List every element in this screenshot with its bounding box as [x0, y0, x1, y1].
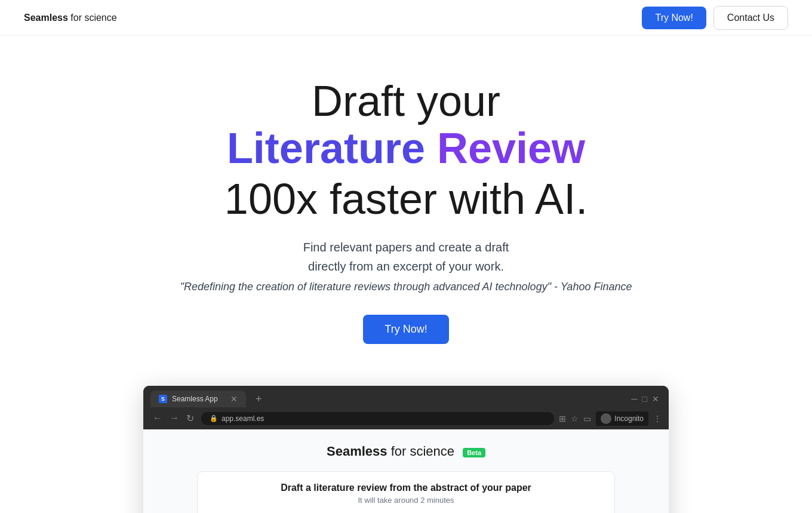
- bookmark-button[interactable]: ☆: [571, 414, 579, 423]
- beta-badge: Beta: [463, 448, 485, 457]
- hero-line2: Literature Review: [12, 125, 800, 172]
- minimize-button[interactable]: ─: [632, 394, 638, 404]
- tab-close-button[interactable]: ✕: [230, 394, 238, 404]
- sidebar-toggle[interactable]: ▭: [583, 414, 591, 423]
- incognito-label: Incognito: [614, 414, 644, 423]
- try-now-hero-button[interactable]: Try Now!: [363, 315, 448, 344]
- card-subtitle: It will take around 2 minutes: [210, 496, 602, 505]
- hero-literature: Literature: [227, 124, 425, 172]
- close-window-button[interactable]: ✕: [652, 394, 659, 404]
- refresh-button[interactable]: ↻: [184, 411, 196, 425]
- hero-cta: Try Now!: [12, 315, 800, 344]
- hero-review: Review: [425, 124, 585, 172]
- nav-logo: Seamless for science: [24, 13, 117, 23]
- hero-line1: Draft your: [12, 78, 800, 125]
- browser-toolbar: ← → ↻ 🔒 app.seaml.es ⊞ ☆ ▭ Incognito: [143, 408, 669, 429]
- hero-sub: Find relevant papers and create a draft …: [12, 238, 800, 276]
- nav-buttons: Try Now! Contact Us: [642, 6, 788, 30]
- maximize-button[interactable]: □: [642, 394, 647, 404]
- card-title: Draft a literature review from the abstr…: [210, 483, 602, 493]
- browser-mockup: S Seamless App ✕ + ─ □ ✕ ← → ↻ 🔒: [143, 386, 669, 513]
- hero-line3: 100x faster with AI.: [12, 176, 800, 223]
- new-tab-button[interactable]: +: [251, 391, 267, 408]
- app-title: Seamless for science: [327, 444, 458, 459]
- incognito-area: Incognito: [596, 411, 648, 426]
- address-bar[interactable]: 🔒 app.seaml.es: [201, 412, 554, 425]
- tab-favicon: S: [159, 395, 167, 403]
- url-text: app.seaml.es: [222, 414, 264, 423]
- browser-content: Seamless for science Beta Draft a litera…: [143, 429, 669, 513]
- browser-tab[interactable]: S Seamless App ✕: [150, 391, 246, 407]
- lock-icon: 🔒: [210, 414, 218, 422]
- incognito-icon: [601, 413, 611, 424]
- hero-section: Draft your Literature Review 100x faster…: [0, 36, 812, 368]
- tab-label: Seamless App: [172, 395, 218, 403]
- try-now-button[interactable]: Try Now!: [642, 7, 706, 29]
- toolbar-right: ⊞ ☆ ▭ Incognito ⋮: [559, 411, 662, 426]
- forward-button[interactable]: →: [167, 411, 182, 425]
- extensions-button[interactable]: ⊞: [559, 414, 566, 423]
- app-card: Draft a literature review from the abstr…: [197, 471, 615, 513]
- browser-mockup-wrapper: S Seamless App ✕ + ─ □ ✕ ← → ↻ 🔒: [0, 368, 812, 513]
- hero-quote: "Redefining the creation of literature r…: [12, 281, 800, 293]
- contact-us-button[interactable]: Contact Us: [713, 6, 788, 30]
- browser-chrome: S Seamless App ✕ + ─ □ ✕ ← → ↻ 🔒: [143, 386, 669, 429]
- toolbar-nav-buttons: ← → ↻: [150, 411, 196, 425]
- back-button[interactable]: ←: [150, 411, 165, 425]
- menu-button[interactable]: ⋮: [653, 414, 662, 423]
- browser-titlebar: S Seamless App ✕ + ─ □ ✕: [143, 386, 669, 408]
- navbar: Seamless for science Try Now! Contact Us: [0, 0, 812, 36]
- app-header: Seamless for science Beta: [155, 444, 657, 459]
